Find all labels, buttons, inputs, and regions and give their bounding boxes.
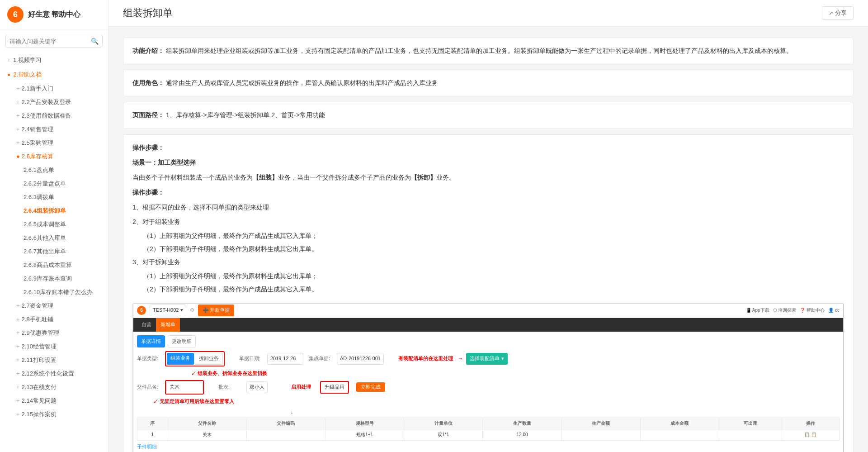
app-screenshot: 6 TEST-H002 ▾ ⚙ ➕ 开新单据 📱 App下载 ⬡ 培训探索 bbox=[133, 303, 844, 452]
sidebar-item-sales[interactable]: +2.4销售管理 bbox=[0, 123, 108, 136]
annotation2-area: ↙ 组装业务、拆卸业务在这里切换 bbox=[191, 369, 840, 378]
path-label: 页面路径： bbox=[132, 111, 164, 119]
step3-sub1: （1）上部明细为父件明细，最终作为原材料生成其它出库单； bbox=[143, 271, 844, 282]
page-title: 组装拆卸单 bbox=[123, 6, 173, 20]
sidebar-item-assembly[interactable]: 2.6.4组装拆卸单 bbox=[0, 204, 108, 218]
logo-icon: 6 bbox=[7, 6, 24, 23]
app-logo: 6 bbox=[137, 306, 146, 315]
nav-tree: + 1.视频学习 ● 2.帮助文档 +2.1新手入门 +2.2产品安装及登录 +… bbox=[0, 51, 108, 423]
screenshot-wrapper: 6 TEST-H002 ▾ ⚙ ➕ 开新单据 📱 App下载 ⬡ 培训探索 bbox=[132, 303, 844, 452]
role-card: 使用角色： 通常由生产人员或库管人员完成拆装业务的操作，库管人员确认原材料的出库… bbox=[123, 70, 854, 96]
date-field: 2019-12-26 bbox=[267, 353, 303, 365]
annotation4-area: ↙ 无固定清单可用后续在这里置零入 bbox=[153, 397, 840, 406]
sidebar-item-portion[interactable]: 2.6.2分量盘点单 bbox=[0, 177, 108, 190]
sidebar-item-docs[interactable]: ● 2.帮助文档 bbox=[0, 67, 108, 82]
share-button[interactable]: ↗ 分享 bbox=[822, 6, 854, 20]
role-label: 使用角色： bbox=[132, 79, 164, 86]
sidebar-item-outother[interactable]: 2.6.7其他出库单 bbox=[0, 245, 108, 258]
step3: 3、对于拆卸业务 bbox=[132, 257, 844, 268]
parent-item-box: 关木 bbox=[165, 380, 204, 395]
path-card: 页面路径： 1、库存核算->库存管理->组装拆卸单 2、首页->常用功能 bbox=[123, 102, 854, 128]
app-topbar: 6 TEST-H002 ▾ ⚙ ➕ 开新单据 📱 App下载 ⬡ 培训探索 bbox=[133, 304, 843, 318]
batch-input: 双小人 bbox=[246, 381, 268, 393]
annotation3-area: 启用处理 bbox=[291, 383, 311, 392]
search-icon[interactable]: 🔍 bbox=[91, 38, 99, 45]
type-assembly: 组装业务 bbox=[167, 353, 194, 365]
sidebar-item-ops[interactable]: +2.10经营管理 bbox=[0, 340, 108, 353]
sidebar-item-finance[interactable]: +2.7资金管理 bbox=[0, 299, 108, 313]
search-box[interactable]: 🔍 bbox=[5, 35, 103, 48]
annotation4-text: ↙ 无固定清单可用后续在这里置零入 bbox=[153, 399, 234, 404]
path-text: 1、库存核算->库存管理->组装拆卸单 2、首页->常用功能 bbox=[166, 111, 325, 119]
step2: 2、对于组装业务 bbox=[132, 216, 844, 228]
step2-sub2: （2）下部明细为子件明细，最终作为原材料生成其它出库单。 bbox=[143, 243, 844, 255]
ops-card: 操作步骤： 场景一：加工类型选择 当由多个子件材料组装成一个成品的业务为【组装】… bbox=[123, 134, 854, 452]
site-title: 好生意 帮助中心 bbox=[28, 10, 80, 19]
enable-input: 升级品用 bbox=[320, 381, 349, 394]
scene1-desc: 当由多个子件材料组装成一个成品的业务为【组装】业务，当由一个父件拆分成多个子产品… bbox=[132, 172, 844, 183]
sidebar-item-payment[interactable]: +2.13在线支付 bbox=[0, 381, 108, 394]
share-icon: ↗ bbox=[829, 10, 833, 16]
company-select: TEST-H002 ▾ bbox=[150, 305, 186, 316]
scene1-label: 场景一：加工类型选择 bbox=[132, 157, 844, 168]
func-intro-text: 组装拆卸单用来处理企业组装或拆卸等加工业务，支持有固定装配清单的产品加工业务，也… bbox=[166, 47, 793, 54]
ops-steps-label: 操作步骤： bbox=[132, 187, 844, 198]
new-bill-btn: ➕ 开新单据 bbox=[198, 305, 234, 316]
docno-field: AD-20191226-001 bbox=[337, 353, 384, 365]
sidebar-item-mobile[interactable]: +2.8手机旺铺 bbox=[0, 313, 108, 326]
sidebar-item-install[interactable]: +2.2产品安装及登录 bbox=[0, 95, 108, 109]
sidebar-item-adjust[interactable]: 2.6.3调拨单 bbox=[0, 190, 108, 204]
sidebar-item-videos[interactable]: + 1.视频学习 bbox=[0, 53, 108, 67]
sidebar-item-costcalc[interactable]: 2.6.8商品成本重算 bbox=[0, 258, 108, 272]
sidebar-item-newbie[interactable]: +2.1新手入门 bbox=[0, 82, 108, 95]
sidebar-header: 6 好生意 帮助中心 bbox=[0, 0, 108, 29]
sidebar-item-stockcheck[interactable]: 2.6.9库存账本查询 bbox=[0, 272, 108, 285]
btn-edit: 更改明细 bbox=[168, 335, 196, 348]
form-row2: 父件品名: 关木 批次: 双小人 启用处理 bbox=[137, 380, 840, 395]
btn-view: 单据详情 bbox=[137, 335, 165, 348]
ops-label: 操作步骤： bbox=[132, 142, 844, 153]
sidebar-item-inother[interactable]: 2.6.6其他入库单 bbox=[0, 231, 108, 245]
annotation3-text: 启用处理 bbox=[291, 383, 311, 392]
top-bar: 组装拆卸单 ↗ 分享 bbox=[108, 0, 868, 27]
steps-container: 1、根据不同的业务，选择不同单据的类型来处理 2、对于组装业务 （1）上部明细为… bbox=[132, 202, 844, 295]
parent-row-1: 1 关木 规格1+1 双1*1 13.00 📋 📋 bbox=[137, 429, 840, 441]
sidebar-item-faq[interactable]: +2.14常见问题 bbox=[0, 394, 108, 408]
func-intro-label: 功能介绍： bbox=[132, 47, 164, 54]
type-disassembly: 拆卸业务 bbox=[195, 353, 223, 365]
step2-sub1: （1）上部明细为父件明细，最终作为产成品生成其它入库单； bbox=[143, 230, 844, 242]
expand-icon: + bbox=[7, 57, 10, 63]
form-row1: 单据类型: 组装业务 拆卸业务 单据日期: 2019-12-26 bbox=[137, 351, 840, 366]
role-text: 通常由生产人员或库管人员完成拆装业务的操作，库管人员确认原材料的出库和产成品的入… bbox=[166, 79, 438, 86]
app-nav: 自营 新增单 bbox=[133, 318, 843, 332]
sidebar-item-data[interactable]: +2.3使用前数据准备 bbox=[0, 109, 108, 123]
sidebar-item-accountfix[interactable]: 2.6.10库存账本错了怎么办 bbox=[0, 285, 108, 299]
sidebar-item-stocktake[interactable]: 2.6.1盘点单 bbox=[0, 163, 108, 177]
sidebar-item-print[interactable]: +2.11打印设置 bbox=[0, 353, 108, 367]
type-selector: 组装业务 拆卸业务 bbox=[165, 351, 225, 366]
func-intro-card: 功能介绍： 组装拆卸单用来处理企业组装或拆卸等加工业务，支持有固定装配清单的产品… bbox=[123, 38, 854, 64]
parent-table: 序 父件名称 父件编码 规格型号 计量单位 生产数量 生产金额 成本金额 可出库 bbox=[137, 418, 840, 441]
topbar-right: 📱 App下载 ⬡ 培训探索 ❓ 帮助中心 👤 cc bbox=[746, 306, 840, 314]
sidebar-item-customize[interactable]: +2.12系统个性化设置 bbox=[0, 367, 108, 381]
choose-bom-btn: 选择装配清单 ▾ bbox=[466, 353, 508, 365]
main-area: 组装拆卸单 ↗ 分享 功能介绍： 组装拆卸单用来处理企业组装或拆卸等加工业务，支… bbox=[108, 0, 868, 452]
sidebar-item-inventory[interactable]: ●2.6库存核算 bbox=[0, 150, 108, 163]
parent-item-input: 关木 bbox=[166, 381, 203, 393]
nav-assembly: 新增单 bbox=[156, 318, 180, 332]
step1: 1、根据不同的业务，选择不同单据的类型来处理 bbox=[132, 202, 844, 213]
step3-sub2: （2）下部明细为子件明细，最终作为产成品生成其它入库单。 bbox=[143, 284, 844, 295]
sidebar-item-cases[interactable]: +2.15操作案例 bbox=[0, 408, 108, 421]
sidebar-item-coupon[interactable]: +2.9优惠券管理 bbox=[0, 326, 108, 340]
sidebar: 6 好生意 帮助中心 🔍 + 1.视频学习 ● 2.帮助文档 +2.1新手入门 … bbox=[0, 0, 108, 452]
search-input[interactable] bbox=[9, 38, 91, 45]
content-area: 功能介绍： 组装拆卸单用来处理企业组装或拆卸等加工业务，支持有固定装配清单的产品… bbox=[108, 27, 868, 452]
confirm-btn: 立即完成 bbox=[356, 382, 385, 392]
app-toolbar: 单据详情 更改明细 bbox=[137, 335, 840, 348]
sidebar-item-purchase[interactable]: +2.5采购管理 bbox=[0, 136, 108, 150]
annotation2-text: ↙ 组装业务、拆卸业务在这里切换 bbox=[191, 369, 267, 378]
annotation1-text: 有装配清单的在这里处理 bbox=[398, 356, 453, 361]
bom-annotation-area: 有装配清单的在这里处理 → 选择装配清单 ▾ bbox=[398, 353, 508, 365]
app-content-area: 单据详情 更改明细 单据类型: 组装业务 拆 bbox=[133, 332, 843, 452]
sidebar-item-costadj[interactable]: 2.6.5成本调整单 bbox=[0, 218, 108, 231]
